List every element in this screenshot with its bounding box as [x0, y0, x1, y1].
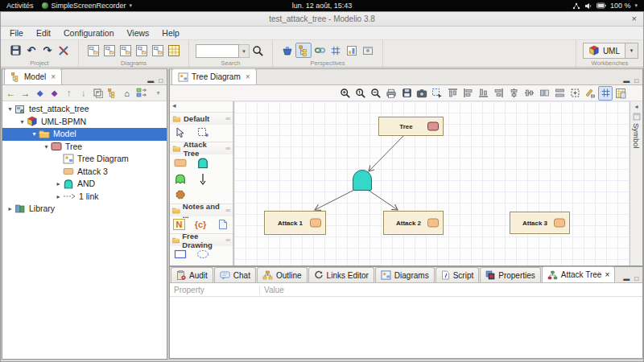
close-tab-icon[interactable]: ×	[51, 72, 56, 81]
tab-links-editor[interactable]: Links Editor	[308, 267, 374, 282]
expander-icon[interactable]: ▾	[42, 143, 51, 150]
perspective-links-button[interactable]	[312, 43, 328, 58]
palette-collapse-button[interactable]: ◂	[170, 101, 233, 112]
link-with-editor-button[interactable]	[105, 86, 119, 100]
zoom-in-button[interactable]	[338, 86, 353, 101]
expander-icon[interactable]: ▾	[18, 118, 27, 125]
expander-icon[interactable]: ▸	[54, 180, 63, 187]
center-vertical-button[interactable]	[506, 86, 521, 101]
tree-item-tree-diagram[interactable]: Tree Diagram	[2, 153, 167, 166]
ellipse-tool[interactable]	[196, 248, 210, 261]
nav-forward-button[interactable]: →	[19, 86, 32, 100]
tree-item-tree[interactable]: ▾ Tree	[2, 141, 167, 154]
tab-script[interactable]: Script	[436, 267, 480, 282]
document-tool[interactable]	[216, 218, 230, 231]
align-top-button[interactable]	[445, 86, 460, 101]
titlebar[interactable]: test_attack_tree - Modelio 3.8 ×	[1, 12, 643, 27]
minimize-panel-button[interactable]: ▬	[623, 275, 630, 282]
expander-icon[interactable]: ▸	[54, 193, 63, 200]
palette-section-header[interactable]: Default ∞	[170, 113, 233, 125]
undo-button[interactable]: ↶	[23, 43, 39, 58]
node-and-gate[interactable]	[353, 170, 372, 191]
home-button[interactable]: ⌂	[120, 86, 134, 100]
align-bottom-button[interactable]	[476, 86, 490, 101]
menu-edit[interactable]: Edit	[31, 27, 56, 39]
and-gate-tool[interactable]	[196, 156, 210, 169]
column-value[interactable]: Value	[260, 286, 284, 294]
menu-file[interactable]: File	[4, 27, 29, 39]
note-tool[interactable]: N	[173, 219, 185, 230]
maximize-editor-button[interactable]: □	[634, 77, 638, 84]
system-tray[interactable]: 100 % ▾	[572, 2, 644, 10]
search-button[interactable]	[250, 43, 266, 59]
zoom-out-button[interactable]	[369, 86, 383, 101]
refine-link-tool[interactable]	[196, 172, 210, 185]
node-attack-2[interactable]: Attack 2	[383, 211, 444, 235]
property-table-body[interactable]	[170, 297, 642, 358]
text-tool[interactable]: A	[173, 264, 188, 265]
close-tab-icon[interactable]: ×	[605, 270, 609, 279]
maximize-panel-button[interactable]: □	[159, 77, 163, 84]
menu-views[interactable]: Views	[121, 27, 155, 39]
distribute-button[interactable]	[552, 86, 567, 101]
tree-item-model[interactable]: ▾ Model	[2, 128, 167, 141]
search-input[interactable]	[196, 44, 239, 58]
workbench-dropdown-button[interactable]: ▾	[625, 43, 638, 59]
comment-link-tool[interactable]	[173, 188, 188, 201]
deployment-diagram-button[interactable]	[134, 43, 150, 58]
perspective-table-button[interactable]	[328, 43, 344, 58]
select-zone-button[interactable]	[430, 86, 444, 101]
save-diagram-button[interactable]	[399, 86, 414, 101]
line-arrow-tool[interactable]: →	[196, 264, 210, 265]
package-diagram-button[interactable]	[101, 43, 118, 58]
matrix-diagram-button[interactable]	[166, 43, 182, 58]
fit-content-button[interactable]	[568, 86, 582, 101]
format-painter-button[interactable]	[583, 86, 597, 101]
menu-configuration[interactable]: Configuration	[58, 27, 119, 39]
node-tree[interactable]: Tree	[378, 117, 444, 136]
expander-icon[interactable]: ▸	[6, 205, 14, 212]
page-setup-button[interactable]	[613, 86, 628, 101]
tree-item-library[interactable]: ▸ Library	[2, 203, 167, 216]
same-size-button[interactable]	[537, 86, 551, 101]
related-elements-button[interactable]: ◆	[47, 86, 61, 100]
column-property[interactable]: Property	[170, 286, 260, 294]
perspective-model-button[interactable]	[295, 43, 312, 58]
workbench-selector[interactable]: UML	[583, 43, 625, 59]
tree-item-attack3[interactable]: Attack 3	[2, 166, 167, 179]
palette-section-header[interactable]: Attack Tree ∞	[170, 142, 233, 154]
palette-section-header[interactable]: Free Drawing ∞	[170, 234, 233, 246]
pin-icon[interactable]: ∞	[225, 145, 230, 152]
align-left-button[interactable]	[460, 86, 475, 101]
tab-audit[interactable]: Audit	[171, 267, 213, 282]
perspective-analyst-button[interactable]	[344, 43, 360, 58]
tab-properties[interactable]: Properties	[480, 267, 541, 282]
symbol-sidebar[interactable]: ◂ Symbol	[630, 101, 642, 265]
move-up-button[interactable]: ↑	[62, 86, 76, 100]
related-diagram-button[interactable]: ◆	[33, 86, 47, 100]
tab-symbol[interactable]: Symbol	[632, 123, 641, 149]
close-window-button[interactable]: ×	[632, 12, 637, 26]
minimize-panel-button[interactable]: ▬	[147, 77, 154, 84]
move-down-button[interactable]: ↓	[76, 86, 90, 100]
tab-chat[interactable]: Chat	[214, 267, 256, 282]
perspective-admin-button[interactable]	[360, 43, 376, 58]
grid-toggle-button[interactable]	[598, 86, 613, 101]
pin-icon[interactable]: ∞	[225, 115, 230, 122]
close-tab-icon[interactable]: ×	[246, 72, 250, 81]
expander-icon[interactable]: ▾	[6, 105, 14, 113]
diagram-canvas[interactable]: Tree Attack 1 Attack 2	[234, 101, 630, 265]
node-attack-3[interactable]: Attack 3	[510, 212, 570, 234]
maximize-panel-button[interactable]: □	[634, 275, 638, 282]
node-attack-1[interactable]: Attack 1	[264, 211, 326, 235]
class-diagram-button[interactable]	[85, 43, 101, 58]
activity-diagram-button[interactable]	[150, 43, 166, 58]
marquee-tool[interactable]	[196, 126, 210, 139]
view-menu-button[interactable]: ▾	[151, 86, 165, 100]
filter-tree-button[interactable]	[134, 86, 148, 100]
print-button[interactable]	[384, 86, 398, 101]
select-tool[interactable]	[173, 126, 188, 139]
tree-item-uml-bpmn[interactable]: ▾ UML-BPMN	[2, 116, 167, 129]
minimize-editor-button[interactable]: ▬	[623, 77, 630, 84]
tree-item-project[interactable]: ▾ test_attack_tree	[2, 103, 167, 116]
